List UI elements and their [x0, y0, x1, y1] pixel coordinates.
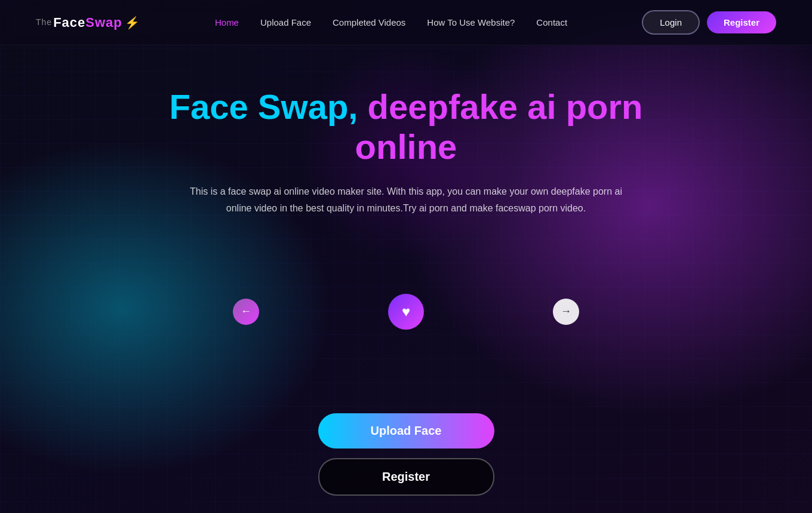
hero-title-deepfake: deepfake: [368, 87, 528, 126]
nav-item-how-to-use[interactable]: How To Use Website?: [427, 17, 515, 28]
logo-icon: ⚡: [125, 16, 140, 30]
hero-title-online: online: [355, 127, 457, 166]
logo-face: Face: [53, 15, 85, 30]
login-button[interactable]: Login: [642, 10, 700, 35]
hero-title-face: Face: [170, 87, 258, 126]
carousel-area: ← ♥ →: [0, 246, 812, 377]
nav-item-home[interactable]: Home: [215, 17, 239, 28]
navbar: The Face Swap ⚡ Home Upload Face Complet…: [0, 0, 812, 45]
hero-title-swap: Swap,: [258, 87, 368, 126]
logo-swap: Swap: [85, 15, 122, 30]
logo-the: The: [36, 17, 52, 27]
carousel-next-button[interactable]: →: [553, 299, 579, 325]
register-button[interactable]: Register: [707, 11, 776, 33]
hero-title-ai: ai: [527, 87, 566, 126]
nav-links: Home Upload Face Completed Videos How To…: [215, 17, 567, 28]
upload-face-button[interactable]: Upload Face: [318, 413, 494, 449]
hero-title-porn: porn: [566, 87, 643, 126]
register-cta-button[interactable]: Register: [318, 458, 494, 496]
carousel-placeholder: ♥: [388, 294, 424, 330]
nav-item-completed-videos[interactable]: Completed Videos: [333, 17, 405, 28]
nav-link-upload-face[interactable]: Upload Face: [260, 17, 311, 27]
hero-title: Face Swap, deepfake ai porn online: [137, 87, 675, 167]
carousel-prev-button[interactable]: ←: [233, 299, 259, 325]
nav-buttons: Login Register: [642, 10, 776, 35]
hero-subtitle: This is a face swap ai online video make…: [185, 183, 627, 216]
nav-item-upload-face[interactable]: Upload Face: [260, 17, 311, 28]
nav-link-how-to-use[interactable]: How To Use Website?: [427, 17, 515, 27]
site-logo[interactable]: The Face Swap ⚡: [36, 15, 140, 30]
carousel-center-icon: ♥: [402, 303, 410, 320]
cta-section: Upload Face Register: [318, 413, 494, 496]
nav-item-contact[interactable]: Contact: [536, 17, 567, 28]
hero-section: Face Swap, deepfake ai porn online This …: [0, 45, 812, 513]
nav-link-completed-videos[interactable]: Completed Videos: [333, 17, 405, 27]
nav-link-home[interactable]: Home: [215, 17, 239, 27]
nav-link-contact[interactable]: Contact: [536, 17, 567, 27]
carousel-center: ♥: [346, 252, 466, 371]
